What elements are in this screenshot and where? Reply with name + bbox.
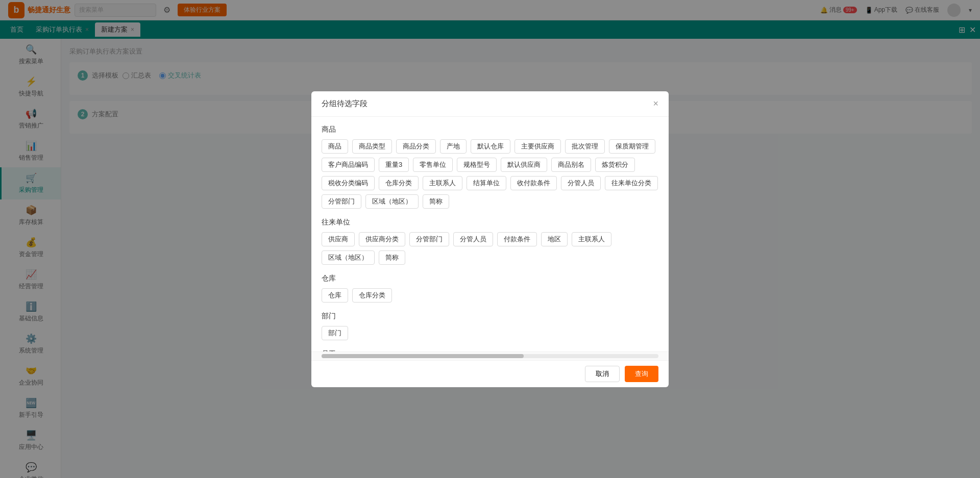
field-group-department: 部门 部门	[322, 312, 658, 340]
cancel-button[interactable]: 取消	[585, 366, 620, 382]
modal-overlay: 分组待选字段 × 商品 商品 商品类型 商品分类 产地 默认仓库 主要供应商 批…	[0, 0, 980, 478]
field-tag[interactable]: 供应商分类	[359, 232, 405, 246]
field-tag[interactable]: 保质期管理	[609, 139, 655, 154]
field-tag[interactable]: 地区	[541, 232, 568, 246]
field-tag[interactable]: 简称	[379, 250, 405, 265]
modal-scroll-hint	[311, 351, 669, 360]
field-tag[interactable]: 分管部门	[322, 194, 361, 209]
field-tag[interactable]: 主联系人	[423, 176, 462, 190]
field-tag[interactable]: 默认供应商	[501, 158, 547, 172]
field-tags-department: 部门	[322, 326, 658, 340]
field-group-department-title: 部门	[322, 312, 658, 321]
field-tag[interactable]: 仓库分类	[379, 176, 419, 190]
field-tag[interactable]: 批次管理	[565, 139, 605, 154]
field-tag[interactable]: 产地	[440, 139, 467, 154]
field-tag[interactable]: 规格型号	[457, 158, 497, 172]
field-tag[interactable]: 区域（地区）	[365, 194, 419, 209]
modal-header: 分组待选字段 ×	[311, 91, 669, 117]
field-tags-partner: 供应商 供应商分类 分管部门 分管人员 付款条件 地区 主联系人 区域（地区） …	[322, 232, 658, 265]
field-tag[interactable]: 部门	[322, 326, 348, 340]
modal-close-button[interactable]: ×	[653, 98, 658, 109]
field-tag[interactable]: 零售单位	[413, 158, 453, 172]
field-tag[interactable]: 商品类型	[352, 139, 392, 154]
field-tag[interactable]: 分管人员	[561, 176, 601, 190]
field-group-partner: 往来单位 供应商 供应商分类 分管部门 分管人员 付款条件 地区 主联系人 区域…	[322, 218, 658, 265]
modal-body: 商品 商品 商品类型 商品分类 产地 默认仓库 主要供应商 批次管理 保质期管理…	[311, 117, 669, 351]
field-tag[interactable]: 商品	[322, 139, 348, 154]
modal-title: 分组待选字段	[322, 99, 368, 109]
field-tag[interactable]: 仓库	[322, 288, 348, 303]
field-tag[interactable]: 主联系人	[572, 232, 611, 246]
field-tag[interactable]: 供应商	[322, 232, 355, 246]
field-group-warehouse-title: 仓库	[322, 274, 658, 283]
field-tag[interactable]: 简称	[423, 194, 449, 209]
field-tag[interactable]: 分管部门	[409, 232, 449, 246]
field-group-product-title: 商品	[322, 125, 658, 134]
field-tag[interactable]: 默认仓库	[471, 139, 510, 154]
field-tag[interactable]: 收付款条件	[510, 176, 557, 190]
field-group-warehouse: 仓库 仓库 仓库分类	[322, 274, 658, 303]
field-tag[interactable]: 往来单位分类	[605, 176, 658, 190]
field-tag[interactable]: 结算单位	[467, 176, 506, 190]
field-group-product: 商品 商品 商品类型 商品分类 产地 默认仓库 主要供应商 批次管理 保质期管理…	[322, 125, 658, 209]
field-tag[interactable]: 分管人员	[453, 232, 493, 246]
field-tag[interactable]: 主要供应商	[514, 139, 561, 154]
field-tag[interactable]: 付款条件	[497, 232, 537, 246]
field-tag[interactable]: 炼货积分	[595, 158, 635, 172]
scrollbar-thumb	[322, 354, 524, 358]
field-tag[interactable]: 重量3	[379, 158, 409, 172]
modal-field-select: 分组待选字段 × 商品 商品 商品类型 商品分类 产地 默认仓库 主要供应商 批…	[311, 91, 669, 387]
confirm-button[interactable]: 查询	[625, 366, 658, 382]
field-tag[interactable]: 商品分类	[396, 139, 436, 154]
field-tag[interactable]: 税收分类编码	[322, 176, 375, 190]
field-group-partner-title: 往来单位	[322, 218, 658, 227]
field-tag[interactable]: 客户商品编码	[322, 158, 375, 172]
horizontal-scrollbar[interactable]	[322, 354, 658, 358]
field-tags-warehouse: 仓库 仓库分类	[322, 288, 658, 303]
field-tag[interactable]: 商品别名	[551, 158, 591, 172]
field-tag[interactable]: 仓库分类	[352, 288, 392, 303]
field-tag[interactable]: 区域（地区）	[322, 250, 375, 265]
modal-footer: 取消 查询	[311, 360, 669, 387]
field-tags-product: 商品 商品类型 商品分类 产地 默认仓库 主要供应商 批次管理 保质期管理 客户…	[322, 139, 658, 209]
